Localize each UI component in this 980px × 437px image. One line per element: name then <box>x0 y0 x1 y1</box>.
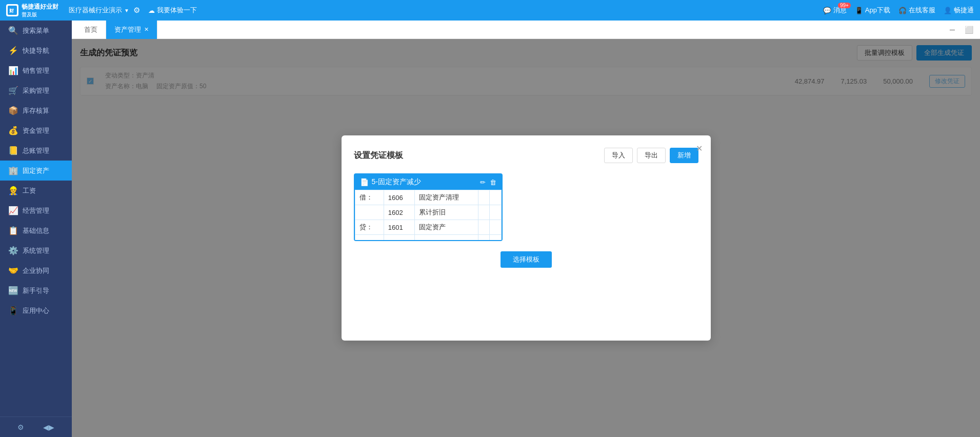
sidebar-item-operations[interactable]: 📈 经营管理 <box>0 201 72 221</box>
template-row-4 <box>355 235 501 241</box>
template-cell-col4-1 <box>490 190 501 205</box>
template-cell-col3-2 <box>478 205 490 220</box>
top-right-actions: 💬 消息 99+ 📱 App下载 🎧 在线客服 👤 畅捷通 <box>823 6 974 15</box>
fixed-assets-icon: 🏢 <box>8 166 18 175</box>
modal-close-button[interactable]: ✕ <box>696 144 703 153</box>
purchase-icon: 🛒 <box>8 86 18 95</box>
settings-icon[interactable]: ⚙ <box>133 6 140 15</box>
sidebar-label-basics: 基础信息 <box>23 226 49 235</box>
sidebar-label-guide: 新手引导 <box>23 286 49 295</box>
sidebar-label-payroll: 工资 <box>23 186 36 195</box>
tab-minimize-button[interactable]: ─ <box>945 23 959 37</box>
tab-actions: ─ ⬜ <box>945 23 980 37</box>
basics-icon: 📋 <box>8 226 18 235</box>
ledger-icon: 📒 <box>8 146 18 155</box>
template-cell-code-4 <box>384 235 414 241</box>
template-card-title: 5-固定资产减少 <box>372 177 477 187</box>
sidebar-item-finance[interactable]: 💰 资金管理 <box>0 121 72 141</box>
modal-header-actions: 导入 导出 新增 <box>604 148 698 163</box>
sidebar-collapse-icon[interactable]: ◀▶ <box>43 423 54 431</box>
sidebar-label-cooperation: 企业协同 <box>23 266 49 275</box>
quick-nav-icon: ⚡ <box>8 46 18 55</box>
inventory-icon: 📦 <box>8 106 18 115</box>
template-delete-icon[interactable]: 🗑 <box>490 178 496 186</box>
sidebar-label-purchase: 采购管理 <box>23 86 49 95</box>
template-row-3: 贷： 1601 固定资产 <box>355 220 501 235</box>
tab-close-icon[interactable]: ✕ <box>144 26 149 33</box>
sidebar-label-fixed-assets: 固定资产 <box>23 166 49 175</box>
message-badge: 99+ <box>838 3 851 8</box>
sidebar-item-quick-nav[interactable]: ⚡ 快捷导航 <box>0 41 72 61</box>
download-icon: 📱 <box>855 7 863 14</box>
sidebar: 🔍 搜索菜单 ⚡ 快捷导航 📊 销售管理 🛒 采购管理 📦 库存核算 <box>0 21 72 437</box>
template-edit-icon[interactable]: ✏ <box>480 178 486 186</box>
sidebar-scroll: 🔍 搜索菜单 ⚡ 快捷导航 📊 销售管理 🛒 采购管理 📦 库存核算 <box>0 21 72 416</box>
app-version: 普及版 <box>22 11 58 18</box>
template-cell-name-1: 固定资产清理 <box>414 190 478 205</box>
sidebar-label-ledger: 总账管理 <box>23 146 49 155</box>
svg-text:财: 财 <box>9 8 14 13</box>
sidebar-item-system[interactable]: ⚙️ 系统管理 <box>0 241 72 261</box>
sidebar-item-payroll[interactable]: 👷 工资 <box>0 181 72 201</box>
finance-icon: 💰 <box>8 126 18 135</box>
sidebar-item-sales[interactable]: 📊 销售管理 <box>0 61 72 81</box>
sidebar-item-search[interactable]: 🔍 搜索菜单 <box>0 21 72 41</box>
tab-maximize-button[interactable]: ⬜ <box>962 23 976 37</box>
template-cell-name-4 <box>414 235 478 241</box>
sidebar-item-ledger[interactable]: 📒 总账管理 <box>0 141 72 161</box>
template-cell-col3-1 <box>478 190 490 205</box>
online-service-button[interactable]: 🎧 在线客服 <box>898 6 935 15</box>
sidebar-bottom: ⚙ ◀▶ <box>0 416 72 437</box>
template-row-2: 1602 累计折旧 <box>355 205 501 220</box>
company-selector[interactable]: 医疗器械行业演示 ▼ <box>69 6 129 15</box>
app-center-icon: 📱 <box>8 306 18 315</box>
message-icon: 💬 <box>823 7 831 14</box>
template-table: 借： 1606 固定资产清理 1602 <box>355 190 502 240</box>
messages-button[interactable]: 💬 消息 99+ <box>823 6 847 15</box>
cooperation-icon: 🤝 <box>8 266 18 275</box>
tab-home[interactable]: 首页 <box>76 21 106 39</box>
experience-link[interactable]: ☁ 我要体验一下 <box>148 6 197 15</box>
logo-icon: 财 <box>6 4 18 16</box>
app-logo: 财 畅捷通好业财 普及版 <box>6 3 58 18</box>
export-button[interactable]: 导出 <box>637 148 666 163</box>
template-cell-side-2 <box>355 205 384 220</box>
select-template-button[interactable]: 选择模板 <box>501 251 552 268</box>
sidebar-item-fixed-assets[interactable]: 🏢 固定资产 <box>0 161 72 181</box>
template-row-1: 借： 1606 固定资产清理 <box>355 190 501 205</box>
page-content: 生成的凭证预览 批量调控模板 全部生成凭证 ✓ <box>72 39 980 437</box>
template-cell-side-3: 贷： <box>355 220 384 235</box>
template-cell-side-4 <box>355 235 384 241</box>
template-cell-code-2: 1602 <box>384 205 414 220</box>
template-card-body: 借： 1606 固定资产清理 1602 <box>355 190 502 240</box>
new-template-button[interactable]: 新增 <box>670 148 698 163</box>
template-cell-col4-4 <box>490 235 501 241</box>
modal-title: 设置凭证模板 <box>354 150 403 161</box>
sidebar-item-app-center[interactable]: 📱 应用中心 <box>0 301 72 321</box>
template-card-header: 📄 5-固定资产减少 ✏ 🗑 <box>355 174 502 190</box>
template-doc-icon: 📄 <box>360 178 369 186</box>
sidebar-settings-icon[interactable]: ⚙ <box>17 423 24 431</box>
sales-icon: 📊 <box>8 66 18 75</box>
operations-icon: 📈 <box>8 206 18 215</box>
headset-icon: 🎧 <box>898 7 907 14</box>
sidebar-label-search: 搜索菜单 <box>23 26 49 35</box>
template-cell-col4-3 <box>490 220 501 235</box>
sidebar-item-basics[interactable]: 📋 基础信息 <box>0 221 72 241</box>
tab-asset-mgmt[interactable]: 资产管理 ✕ <box>106 21 157 39</box>
sidebar-item-inventory[interactable]: 📦 库存核算 <box>0 101 72 121</box>
user-menu[interactable]: 👤 畅捷通 <box>944 6 974 15</box>
template-cell-code-1: 1606 <box>384 190 414 205</box>
content-area: 首页 资产管理 ✕ ─ ⬜ 生成的凭证预览 批 <box>72 21 980 437</box>
cloud-icon: ☁ <box>148 7 155 14</box>
sidebar-item-purchase[interactable]: 🛒 采购管理 <box>0 81 72 101</box>
sidebar-item-guide[interactable]: 🆕 新手引导 <box>0 281 72 301</box>
app-download-button[interactable]: 📱 App下载 <box>855 6 890 15</box>
modal-header: 设置凭证模板 导入 导出 新增 <box>354 148 698 163</box>
sidebar-label-finance: 资金管理 <box>23 126 49 135</box>
template-cell-name-2: 累计折旧 <box>414 205 478 220</box>
sidebar-item-cooperation[interactable]: 🤝 企业协同 <box>0 261 72 281</box>
template-cell-code-3: 1601 <box>384 220 414 235</box>
template-cell-name-3: 固定资产 <box>414 220 478 235</box>
import-button[interactable]: 导入 <box>604 148 633 163</box>
